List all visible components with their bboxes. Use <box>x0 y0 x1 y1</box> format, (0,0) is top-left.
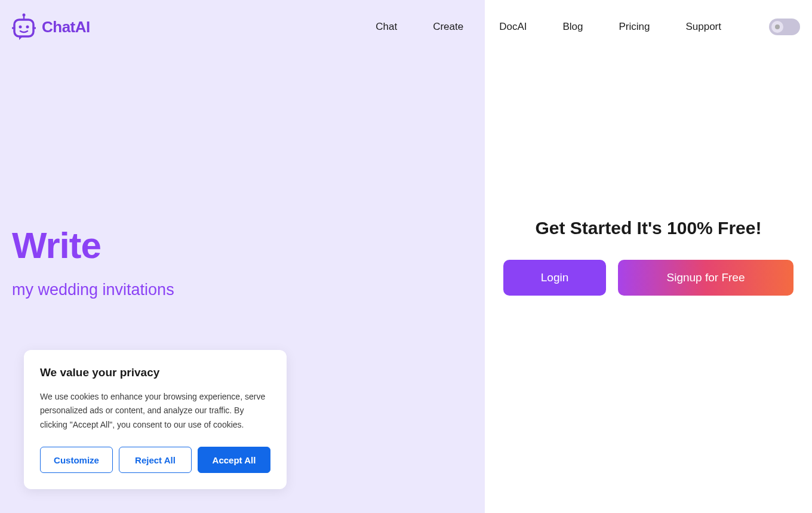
cookie-title: We value your privacy <box>40 366 270 379</box>
svg-point-3 <box>19 26 22 29</box>
hero-subtitle: my wedding invitations <box>12 281 174 299</box>
nav-chat[interactable]: Chat <box>376 21 397 33</box>
cookie-body: We use cookies to enhance your browsing … <box>40 390 270 432</box>
auth-panel: Get Started It's 100% Free! Login Signup… <box>485 0 812 513</box>
cookie-customize-button[interactable]: Customize <box>40 447 113 473</box>
get-started-heading: Get Started It's 100% Free! <box>503 218 793 238</box>
svg-point-0 <box>23 14 26 17</box>
nav-docai[interactable]: DocAI <box>499 21 527 33</box>
login-button[interactable]: Login <box>503 260 606 296</box>
main-nav: Chat Create DocAI Blog Pricing Support <box>376 19 800 35</box>
hero-title: Write <box>12 227 174 264</box>
robot-icon <box>12 13 36 41</box>
brand-name: ChatAI <box>42 18 90 36</box>
nav-support[interactable]: Support <box>685 21 721 33</box>
cookie-consent-banner: We value your privacy We use cookies to … <box>24 350 287 489</box>
nav-create[interactable]: Create <box>433 21 463 33</box>
cookie-accept-button[interactable]: Accept All <box>198 447 270 473</box>
svg-point-4 <box>26 26 29 29</box>
logo[interactable]: ChatAI <box>12 13 90 41</box>
svg-rect-2 <box>14 20 33 36</box>
nav-blog[interactable]: Blog <box>562 21 583 33</box>
header: ChatAI Chat Create DocAI Blog Pricing Su… <box>0 0 812 54</box>
nav-pricing[interactable]: Pricing <box>619 21 650 33</box>
sun-icon <box>771 21 783 33</box>
cookie-reject-button[interactable]: Reject All <box>119 447 192 473</box>
signup-button[interactable]: Signup for Free <box>618 260 793 296</box>
theme-toggle[interactable] <box>769 19 800 35</box>
